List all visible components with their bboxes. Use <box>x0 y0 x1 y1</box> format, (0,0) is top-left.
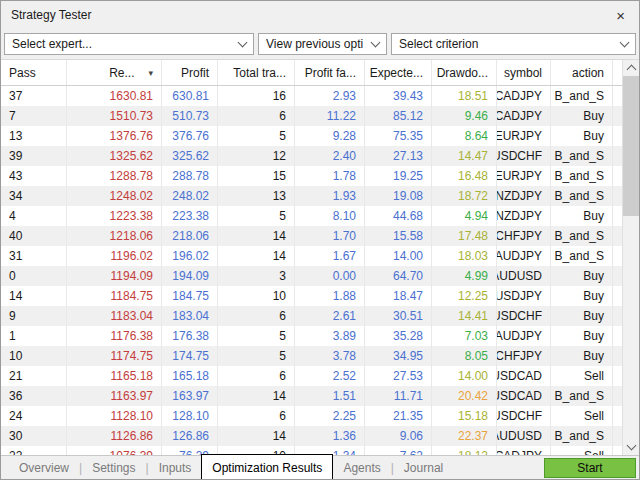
cell-result: 1184.75 <box>67 286 162 306</box>
column-header[interactable]: Pass <box>1 60 67 85</box>
column-header[interactable]: Re...▾ <box>67 60 162 85</box>
cell-pass: 22 <box>1 446 67 455</box>
cell-symbol: AUDUSD <box>497 426 551 446</box>
cell-symbol: AUDJPY <box>497 326 551 346</box>
cell-dd: 18.03 <box>432 246 497 266</box>
table-row[interactable]: 01194.09194.0930.0064.704.99AUDUSDBuy <box>1 266 622 286</box>
cell-profit: 510.73 <box>162 106 218 126</box>
scrollbar-track[interactable] <box>623 76 639 439</box>
start-button[interactable]: Start <box>544 458 636 478</box>
cell-pf: 9.28 <box>295 126 365 146</box>
column-header-label: Drawdo... <box>437 66 488 80</box>
cell-pf: 8.10 <box>295 206 365 226</box>
table-row[interactable]: 131376.76376.7659.2875.358.64EURJPYBuy <box>1 126 622 146</box>
cell-result: 1630.81 <box>67 86 162 106</box>
table-row[interactable]: 371630.81630.81162.9339.4318.51CADJPYB_a… <box>1 86 622 106</box>
tab-agents[interactable]: Agents <box>333 456 390 479</box>
column-header[interactable]: action <box>551 60 613 85</box>
cell-dd: 18.72 <box>432 186 497 206</box>
table-row[interactable]: 361163.97163.97141.5111.7120.42USDCADB_a… <box>1 386 622 406</box>
cell-dd: 4.99 <box>432 266 497 286</box>
strategy-tester-window: Strategy Tester × Select expert... View … <box>0 0 640 480</box>
cell-payoff: 14.00 <box>365 246 432 266</box>
cell-symbol: USDCHF <box>497 306 551 326</box>
cell-pass: 30 <box>1 426 67 446</box>
cell-result: 1126.86 <box>67 426 162 446</box>
cell-action: Buy <box>551 306 613 326</box>
tab-settings[interactable]: Settings <box>82 456 145 479</box>
table-row[interactable]: 11176.38176.3853.8935.287.03AUDJPYBuy <box>1 326 622 346</box>
cell-trades: 12 <box>218 146 295 166</box>
table-row[interactable]: 41223.38223.3858.1044.684.94NZDJPYBuy <box>1 206 622 226</box>
cell-payoff: 30.51 <box>365 306 432 326</box>
scrollbar-thumb[interactable] <box>623 76 639 216</box>
cell-profit: 128.10 <box>162 406 218 426</box>
cell-pf: 1.67 <box>295 246 365 266</box>
column-header[interactable]: symbol <box>497 60 551 85</box>
cell-result: 1288.78 <box>67 166 162 186</box>
tab-overview[interactable]: Overview <box>9 456 79 479</box>
cell-pf: 2.40 <box>295 146 365 166</box>
tab-optimization-results[interactable]: Optimization Results <box>201 454 333 479</box>
cell-dd: 4.94 <box>432 206 497 226</box>
table-row[interactable]: 401218.06218.06141.7015.5817.48CHFJPYB_a… <box>1 226 622 246</box>
vertical-scrollbar[interactable] <box>622 60 639 455</box>
expert-select[interactable]: Select expert... <box>4 33 254 55</box>
table-row[interactable]: 241128.10128.1062.2521.3515.18USDCHFSell <box>1 406 622 426</box>
table-row[interactable]: 141184.75184.75101.8818.4712.25USDJPYBuy <box>1 286 622 306</box>
tab-journal[interactable]: Journal <box>394 456 453 479</box>
table-row[interactable]: 301126.86126.86141.369.0622.37AUDUSDB_an… <box>1 426 622 446</box>
table-row[interactable]: 211165.18165.1862.5227.5314.00USDCADSell <box>1 366 622 386</box>
cell-pass: 14 <box>1 286 67 306</box>
results-table-area: PassRe...▾ProfitTotal tra...Profit fa...… <box>1 59 639 455</box>
cell-profit: 196.02 <box>162 246 218 266</box>
toolbar: Select expert... View previous opti Sele… <box>1 29 639 59</box>
cell-pass: 21 <box>1 366 67 386</box>
column-header[interactable]: Drawdo... <box>432 60 497 85</box>
cell-pass: 13 <box>1 126 67 146</box>
cell-result: 1128.10 <box>67 406 162 426</box>
cell-action: B_and_S <box>551 426 613 446</box>
previous-optimization-select[interactable]: View previous opti <box>258 33 387 55</box>
cell-profit: 630.81 <box>162 86 218 106</box>
cell-trades: 6 <box>218 106 295 126</box>
cell-profit: 248.02 <box>162 186 218 206</box>
column-header[interactable]: Profit <box>162 60 218 85</box>
table-row[interactable]: 311196.02196.02141.6714.0018.03AUDJPYB_a… <box>1 246 622 266</box>
cell-dd: 15.18 <box>432 406 497 426</box>
column-header[interactable]: Total tra... <box>218 60 295 85</box>
cell-profit: 325.62 <box>162 146 218 166</box>
cell-symbol: NZDJPY <box>497 206 551 226</box>
column-header[interactable]: Profit fa... <box>295 60 365 85</box>
cell-dd: 14.47 <box>432 146 497 166</box>
table-row[interactable]: 341248.02248.02131.9319.0818.72NZDJPYB_a… <box>1 186 622 206</box>
table-row[interactable]: 91183.04183.0462.6130.5114.41USDCHFBuy <box>1 306 622 326</box>
table-row[interactable]: 391325.62325.62122.4027.1314.47USDCHFB_a… <box>1 146 622 166</box>
cell-result: 1510.73 <box>67 106 162 126</box>
close-icon[interactable]: × <box>612 6 629 25</box>
cell-action: Buy <box>551 346 613 366</box>
cell-payoff: 44.68 <box>365 206 432 226</box>
cell-action: Buy <box>551 326 613 346</box>
cell-trades: 5 <box>218 126 295 146</box>
column-header-label: Profit <box>181 66 209 80</box>
cell-result: 1376.76 <box>67 126 162 146</box>
scroll-down-icon[interactable] <box>623 439 639 455</box>
cell-dd: 12.25 <box>432 286 497 306</box>
chevron-down-icon <box>371 37 381 47</box>
table-row[interactable]: 71510.73510.73611.2285.129.46CADJPYBuy <box>1 106 622 126</box>
window-title: Strategy Tester <box>11 8 91 22</box>
cell-symbol: USDCAD <box>497 366 551 386</box>
scroll-up-icon[interactable] <box>623 60 639 76</box>
table-row[interactable]: 101174.75174.7553.7834.958.05CHFJPYBuy <box>1 346 622 366</box>
tab-inputs[interactable]: Inputs <box>149 456 202 479</box>
cell-pf: 0.00 <box>295 266 365 286</box>
column-header[interactable]: Expecte... <box>365 60 432 85</box>
cell-pass: 1 <box>1 326 67 346</box>
table-row[interactable]: 431288.78288.78151.7819.2516.48EURJPYB_a… <box>1 166 622 186</box>
cell-dd: 17.48 <box>432 226 497 246</box>
cell-pf: 1.88 <box>295 286 365 306</box>
column-header-label: action <box>572 66 604 80</box>
criterion-select[interactable]: Select criterion <box>391 33 636 55</box>
cell-dd: 22.37 <box>432 426 497 446</box>
